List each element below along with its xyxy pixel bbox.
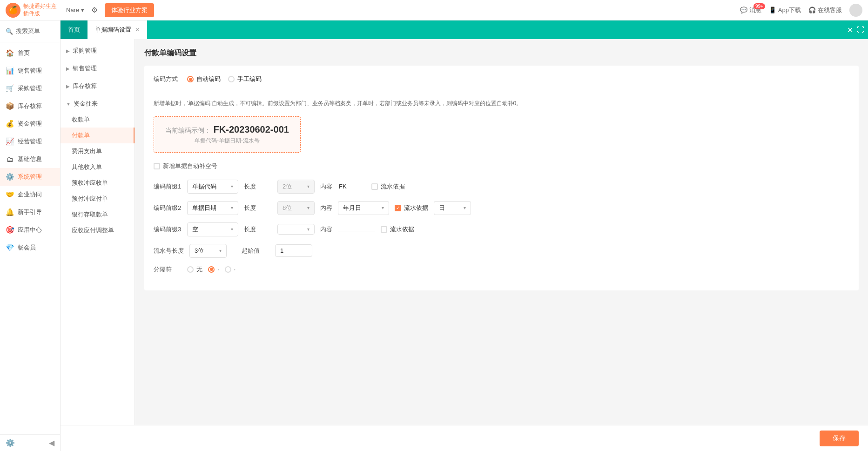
sidebar-item-system[interactable]: ⚙️ 系统管理 (0, 168, 60, 186)
tab-bar: 首页 单据编码设置 ✕ ✕ ⛶ (61, 20, 868, 39)
tab-close-icon[interactable]: ✕ (135, 27, 140, 33)
sub-menu-item-expense[interactable]: 费用支出单 (61, 143, 135, 159)
settings-bottom-icon[interactable]: ⚙️ (6, 438, 15, 447)
trial-button[interactable]: 体验行业方案 (105, 3, 154, 17)
operations-icon: 📈 (6, 137, 14, 146)
sidebar-item-operations[interactable]: 📈 经营管理 (0, 133, 60, 150)
main-layout: 🔍 搜索菜单 🏠 首页 📊 销售管理 🛒 采购管理 📦 库存核算 💰 (0, 20, 868, 451)
sidebar-item-apps[interactable]: 🎯 应用中心 (0, 221, 60, 239)
sub-menu-header-funds[interactable]: ▼ 资金往来 (61, 96, 135, 112)
sub-menu-item-ar-ap-adjust[interactable]: 应收应付调整单 (61, 222, 135, 238)
search-menu-btn[interactable]: 🔍 搜索菜单 (4, 25, 56, 37)
prefix2-serial-unit-select[interactable]: 日 ▾ (434, 201, 471, 215)
prefix3-length-select[interactable]: ▾ (277, 224, 315, 235)
sub-menu-group-purchase: ▶ 采购管理 (61, 43, 135, 59)
sidebar-item-purchase[interactable]: 🛒 采购管理 (0, 80, 60, 97)
sep-dot2-radio-circle (225, 266, 231, 273)
search-icon: 🔍 (6, 28, 13, 35)
tab-bar-actions: ✕ ⛶ (847, 26, 868, 34)
info-text: 新增单据时，'单据编码'自动生成，不可编辑。前缀设置为部门、业务员等档案类，开单… (154, 99, 849, 109)
online-service-btn[interactable]: 🎧 在线客服 (808, 6, 842, 14)
sub-menu-item-other-income[interactable]: 其他收入单 (61, 159, 135, 175)
prefix1-serial-checkbox[interactable] (371, 183, 378, 190)
logo-icon: 🍊 (6, 3, 20, 18)
top-nav: Nare ▾ ⚙ 体验行业方案 (66, 3, 154, 17)
message-btn[interactable]: 💬 消息 99+ (740, 6, 761, 14)
sub-menu-group-funds: ▼ 资金往来 收款单 付款单 费用支出单 其他收入单 (61, 96, 135, 238)
arrow-icon: ▼ (66, 101, 71, 107)
prefix-row-2: 编码前缀2 单据日期 ▾ 长度 8位 ▾ 内容 年月日 (154, 201, 849, 215)
serial-length-select[interactable]: 3位 ▾ (189, 244, 227, 258)
sub-menu-header-purchase[interactable]: ▶ 采购管理 (61, 43, 135, 59)
auto-encode-radio[interactable]: 自动编码 (187, 75, 221, 83)
settings-icon[interactable]: ⚙ (88, 4, 101, 17)
auto-fill-checkbox[interactable] (154, 163, 160, 169)
start-value-input[interactable] (275, 244, 312, 257)
nav-dropdown[interactable]: Nare ▾ (66, 7, 84, 13)
sidebar-item-funds[interactable]: 💰 资金管理 (0, 115, 60, 133)
bottom-bar: 保存 (61, 425, 868, 451)
sub-menu-item-payment[interactable]: 付款单 (61, 128, 135, 143)
sep-none-radio[interactable]: 无 (187, 265, 202, 274)
chevron-down-icon: ▾ (231, 184, 233, 189)
app-download-btn[interactable]: 📱 App下载 (769, 6, 801, 14)
sep-dot2-radio[interactable]: · (225, 266, 236, 273)
arrow-icon: ▶ (66, 66, 70, 71)
prefix2-serial-check: ✓ 流水依据 (395, 204, 428, 212)
collapse-icon[interactable]: ◀ (49, 438, 54, 447)
prefix2-content-select[interactable]: 年月日 ▾ (338, 201, 389, 215)
prefix2-length-select[interactable]: 8位 ▾ (277, 201, 315, 215)
vip-icon: 💎 (6, 243, 14, 252)
separator-row: 分隔符 无 · · (154, 265, 849, 274)
auto-fill-row: 新增单据自动补空号 (154, 162, 849, 170)
sidebar-bottom: ⚙️ ◀ (0, 434, 60, 451)
tab-home[interactable]: 首页 (61, 20, 87, 39)
sep-dot1-radio[interactable]: · (208, 266, 219, 273)
sub-menu-item-prepay-payable[interactable]: 预付冲应付单 (61, 191, 135, 207)
inventory-icon: 📦 (6, 102, 14, 110)
tab-expand-icon[interactable]: ⛶ (857, 26, 864, 34)
sidebar-item-basic[interactable]: 🗂 基础信息 (0, 150, 60, 168)
top-bar: 🍊 畅捷通好生意 插件版 Nare ▾ ⚙ 体验行业方案 💬 消息 99+ 📱 … (0, 0, 868, 20)
prefix3-select[interactable]: 空 ▾ (187, 222, 238, 236)
apps-icon: 🎯 (6, 226, 14, 234)
sub-menu-header-inventory[interactable]: ▶ 库存核算 (61, 78, 135, 94)
sidebar-item-inventory[interactable]: 📦 库存核算 (0, 97, 60, 115)
chevron-down-icon: ▾ (231, 205, 233, 210)
prefix1-length-select[interactable]: 2位 ▾ (277, 180, 315, 194)
sub-menu-item-bank-deposit[interactable]: 银行存取款单 (61, 207, 135, 222)
sub-menu-header-sales[interactable]: ▶ 销售管理 (61, 61, 135, 76)
chevron-down-icon: ▾ (382, 205, 384, 210)
tab-minimize-icon[interactable]: ✕ (847, 26, 853, 34)
auto-encode-radio-circle (187, 76, 194, 82)
arrow-icon: ▶ (66, 48, 70, 54)
prefix3-serial-checkbox[interactable] (381, 226, 387, 233)
system-icon: ⚙️ (6, 173, 14, 181)
sub-menu-group-inventory: ▶ 库存核算 (61, 78, 135, 94)
sub-menu-item-prepay-receivable[interactable]: 预收冲应收单 (61, 175, 135, 191)
funds-icon: 💰 (6, 120, 14, 128)
page-title: 付款单编码设置 (144, 48, 859, 58)
code-preview-label: 当前编码示例： (165, 127, 211, 134)
sidebar-item-home[interactable]: 🏠 首页 (0, 44, 60, 62)
prefix-row-3: 编码前缀3 空 ▾ 长度 ▾ 内容 (154, 222, 849, 236)
sidebar: 🔍 搜索菜单 🏠 首页 📊 销售管理 🛒 采购管理 📦 库存核算 💰 (0, 20, 61, 451)
sidebar-item-vip[interactable]: 💎 畅会员 (0, 239, 60, 256)
sidebar-item-guide[interactable]: 🔔 新手引导 (0, 203, 60, 221)
sub-menu-item-receipt[interactable]: 收款单 (61, 112, 135, 128)
manual-encode-radio[interactable]: 手工编码 (228, 75, 262, 83)
chevron-down-icon: ▾ (231, 227, 233, 232)
prefix2-select[interactable]: 单据日期 ▾ (187, 201, 238, 215)
arrow-icon: ▶ (66, 84, 70, 89)
top-bar-right: 💬 消息 99+ 📱 App下载 🎧 在线客服 (740, 4, 862, 17)
save-button[interactable]: 保存 (820, 431, 859, 446)
prefix1-select[interactable]: 单据代码 ▾ (187, 180, 238, 194)
sidebar-item-sales[interactable]: 📊 销售管理 (0, 62, 60, 80)
tab-encoding[interactable]: 单据编码设置 ✕ (87, 20, 147, 39)
sidebar-item-enterprise[interactable]: 🤝 企业协同 (0, 186, 60, 203)
encode-method-radio-group: 自动编码 手工编码 (187, 75, 262, 83)
prefix2-serial-checkbox[interactable]: ✓ (395, 205, 401, 211)
app-logo: 🍊 畅捷通好生意 插件版 (6, 3, 57, 18)
user-avatar[interactable] (849, 4, 862, 17)
chevron-down-icon: ▾ (219, 248, 222, 253)
